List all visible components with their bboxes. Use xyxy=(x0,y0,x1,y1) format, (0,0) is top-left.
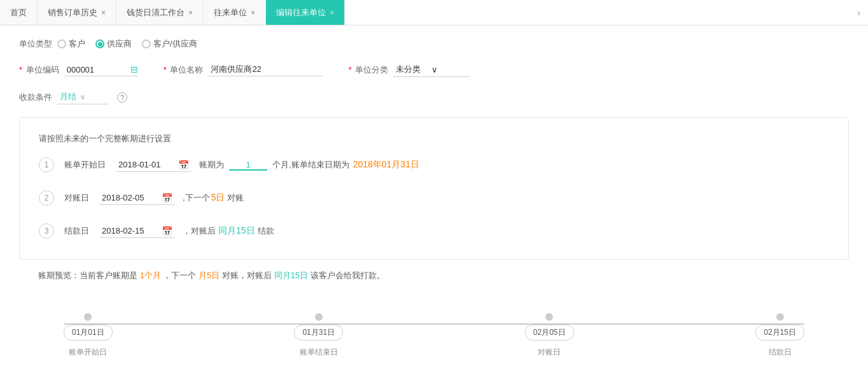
calendar-icon-1[interactable]: 📅 xyxy=(178,160,189,170)
dropdown-arrow-icon: ∨ xyxy=(431,65,467,74)
copy-icon[interactable]: ⊟ xyxy=(130,64,138,74)
radio-both[interactable]: 客户/供应商 xyxy=(142,38,197,50)
timeline-node-1: 01月01日 账单开始日 xyxy=(64,313,113,358)
row-label-1: 账单开始日 xyxy=(64,159,106,171)
payment-terms-value: 月结 xyxy=(60,91,76,102)
tab-cashflow-close[interactable]: × xyxy=(188,8,193,17)
settings-box: 请按照未来的一个完整帐期进行设置 1 账单开始日 📅 账期为 个月,账单结束日期… xyxy=(19,117,849,260)
date-field-3[interactable] xyxy=(102,226,159,236)
row2-highlight1: 5日 xyxy=(211,192,225,204)
unit-code-label: * 单位编码 xyxy=(19,64,59,76)
date-input-2: 📅 xyxy=(99,192,175,205)
unit-type-label: 单位类型 xyxy=(19,38,52,50)
row1-suffix: 个月,账单结束日期为 xyxy=(272,159,349,171)
unit-category-group: * 单位分类 未分类 ∨ xyxy=(348,62,470,77)
setting-row-1: 1 账单开始日 📅 账期为 个月,账单结束日期为 2018年01月31日 xyxy=(39,157,829,172)
payment-terms-label: 收款条件 xyxy=(19,92,52,103)
radio-customer[interactable]: 客户 xyxy=(57,38,85,50)
timeline-pill-3: 02月05日 xyxy=(525,325,574,341)
tab-edit-partner-close[interactable]: × xyxy=(330,8,334,17)
unit-type-group: 单位类型 客户 供应商 客户/供应商 xyxy=(19,38,197,50)
tab-edit-partner-label: 编辑往来单位 xyxy=(276,7,326,18)
timeline-label-1: 账单开始日 xyxy=(69,347,107,358)
radio-supplier[interactable]: 供应商 xyxy=(95,38,132,50)
unit-name-group: * 单位名称 xyxy=(164,64,323,76)
calendar-icon-2[interactable]: 📅 xyxy=(162,193,172,203)
tab-partner-label: 往来单位 xyxy=(214,7,247,18)
tab-sales-history[interactable]: 销售订单历史 × xyxy=(38,0,116,25)
radio-supplier-label: 供应商 xyxy=(107,38,132,50)
preview-text2: ，下一个 xyxy=(163,271,196,280)
unit-info-row: * 单位编码 ⊟ * 单位名称 * 单位分类 未分类 ∨ xyxy=(19,62,849,77)
row-num-3: 3 xyxy=(39,223,54,239)
timeline-node-3: 02月05日 对账日 xyxy=(525,313,574,358)
timeline-wrap: 01月01日 账单开始日 01月31日 账单结束日 02月05日 对账日 xyxy=(38,300,830,383)
required-star-code: * xyxy=(19,65,22,74)
setting-row-2: 2 对账日 📅 ,下一个 5日 对账 xyxy=(39,190,829,206)
timeline-nodes: 01月01日 账单开始日 01月31日 账单结束日 02月05日 对账日 xyxy=(64,313,804,358)
payment-terms-row: 收款条件 月结 ∨ ? xyxy=(19,90,849,104)
setting-row-3: 3 结款日 📅 ，对账后 同月15日 结款 xyxy=(39,223,829,239)
row2-prefix: ,下一个 xyxy=(183,192,210,204)
timeline-dot-1 xyxy=(84,313,92,321)
unit-code-input[interactable] xyxy=(64,64,128,76)
radio-both-circle xyxy=(142,39,151,48)
calendar-icon-3[interactable]: 📅 xyxy=(162,226,172,236)
timeline-dot-4 xyxy=(776,313,784,321)
unit-code-input-wrap: ⊟ xyxy=(64,64,138,76)
chevron-right-icon: › xyxy=(857,8,860,18)
settings-title: 请按照未来的一个完整帐期进行设置 xyxy=(39,133,829,144)
date-field-1[interactable] xyxy=(118,160,176,169)
timeline-pill-1: 01月01日 xyxy=(64,325,113,341)
unit-code-group: * 单位编码 ⊟ xyxy=(19,64,138,76)
preview-text3: 对账，对账后 xyxy=(222,271,272,280)
preview-section: 账期预览：当前客户账期是 1个月 ，下一个 月5日 对账，对账后 同月15日 该… xyxy=(19,260,849,383)
timeline-pill-2: 01月31日 xyxy=(294,325,343,341)
tab-home[interactable]: 首页 xyxy=(0,0,38,25)
tab-more-button[interactable]: › xyxy=(850,0,868,25)
date-field-2[interactable] xyxy=(102,193,159,202)
timeline-node-2: 01月31日 账单结束日 xyxy=(294,313,343,358)
row-num-2: 2 xyxy=(39,190,54,206)
preview-part3: 同月15日 xyxy=(274,271,308,280)
row3-highlight: 同月15日 xyxy=(218,225,255,237)
preview-part1: 1个月 xyxy=(140,271,161,280)
help-icon[interactable]: ? xyxy=(117,92,127,102)
date-input-1: 📅 xyxy=(116,158,192,172)
preview-text: 账期预览：当前客户账期是 1个月 ，下一个 月5日 对账，对账后 同月15日 该… xyxy=(38,270,830,281)
preview-label: 账期预览：当前客户账期是 xyxy=(38,271,137,280)
unit-category-value: 未分类 xyxy=(396,64,431,75)
row3-prefix: ，对账后 xyxy=(183,225,216,237)
tab-sales-history-close[interactable]: × xyxy=(101,8,106,17)
radio-both-label: 客户/供应商 xyxy=(153,38,197,50)
row3-suffix: 结款 xyxy=(258,225,274,237)
page-content: 单位类型 客户 供应商 客户/供应商 * 单位编码 xyxy=(0,25,868,387)
required-star-cat: * xyxy=(348,65,351,74)
row-label-3: 结款日 xyxy=(64,225,89,237)
date-input-3: 📅 xyxy=(99,225,175,238)
unit-name-label: * 单位名称 xyxy=(164,64,204,76)
timeline-pill-4: 02月15日 xyxy=(755,325,804,341)
tab-partner[interactable]: 往来单位 × xyxy=(204,0,266,25)
payment-terms-arrow-icon: ∨ xyxy=(80,93,85,101)
unit-category-select[interactable]: 未分类 ∨ xyxy=(393,62,470,77)
unit-name-input[interactable] xyxy=(208,64,323,76)
unit-type-row: 单位类型 客户 供应商 客户/供应商 xyxy=(19,38,849,50)
timeline-label-4: 结款日 xyxy=(769,347,792,358)
row-label-2: 对账日 xyxy=(64,192,89,204)
timeline-dot-2 xyxy=(315,313,323,321)
tab-cashflow[interactable]: 钱货日清工作台 × xyxy=(116,0,204,25)
radio-group: 客户 供应商 客户/供应商 xyxy=(57,38,197,50)
row1-suffix-before: 账期为 xyxy=(199,159,224,171)
payment-terms-dropdown[interactable]: 月结 ∨ xyxy=(57,90,108,104)
tab-partner-close[interactable]: × xyxy=(251,8,255,17)
preview-text4: 该客户会给我打款。 xyxy=(311,271,385,280)
timeline-label-2: 账单结束日 xyxy=(300,347,338,358)
radio-customer-circle xyxy=(57,39,66,48)
tab-edit-partner[interactable]: 编辑往来单位 × xyxy=(266,0,345,25)
row1-highlight: 2018年01月31日 xyxy=(353,159,419,171)
period-input[interactable] xyxy=(229,160,267,171)
row-num-1: 1 xyxy=(39,157,54,172)
preview-part2: 月5日 xyxy=(199,271,220,280)
row2-suffix: 对账 xyxy=(227,192,244,204)
